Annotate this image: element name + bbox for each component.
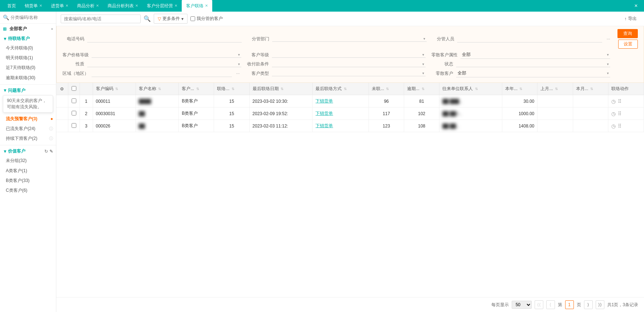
pending-contact-section[interactable]: ▼ 待联络客户 <box>0 34 56 43</box>
zero-retail-select[interactable]: 全部 ▾ <box>456 69 610 77</box>
close-purchase-icon[interactable]: ✕ <box>65 0 68 12</box>
contact-action-icon-1[interactable]: ◷ <box>611 111 616 117</box>
type-th[interactable]: 客户... ⇅ <box>179 83 214 95</box>
person-dots-icon[interactable]: ··· <box>605 36 612 42</box>
price-grade-select[interactable]: ▾ <box>92 52 241 58</box>
last-method-link-1[interactable]: 下销货单 <box>315 111 333 116</box>
region-input[interactable] <box>92 70 232 77</box>
row-checkbox-2[interactable] <box>68 120 80 132</box>
row-last-method-2[interactable]: 下销货单 <box>313 120 369 132</box>
sidebar-item-overdue-contact[interactable]: 逾期未联络(30) <box>0 73 56 83</box>
search-icon-filter[interactable]: 🔍 <box>144 15 151 22</box>
next-page-btn[interactable]: ⟩ <box>584 300 593 309</box>
row-checkbox-1[interactable] <box>68 108 80 120</box>
last-method-link-0[interactable]: 下销货单 <box>315 98 333 104</box>
refresh-icon[interactable]: ↻ <box>44 149 48 154</box>
customer-grade-select[interactable]: ▾ <box>272 52 426 58</box>
close-customer-tier-icon[interactable]: ✕ <box>174 0 177 12</box>
row-last-method-0[interactable]: 下销货单 <box>313 95 369 108</box>
row-checkbox-0[interactable] <box>68 95 80 108</box>
info-icon-2: ⓘ <box>49 135 53 142</box>
sidebar-item-b-class[interactable]: B类客户(33) <box>0 176 56 186</box>
row-checkbox-input-1[interactable] <box>72 111 76 116</box>
not-contact-th[interactable]: 未联... ⇅ <box>369 83 404 95</box>
nav-sales[interactable]: 销货单 ✕ <box>20 0 47 12</box>
row-code-1: 00030031 <box>93 108 136 120</box>
last-contact-method-th[interactable]: 最后联络方式 ⇅ <box>313 83 369 95</box>
problem-customer-section[interactable]: ▼ 问题客户 <box>0 86 56 95</box>
sidebar-item-declining[interactable]: 持续下滑客户(2) ⓘ <box>0 134 56 143</box>
last-page-btn[interactable]: ⟩⟩ <box>596 300 604 309</box>
more-action-icon-2[interactable]: ⠿ <box>618 123 621 129</box>
close-sales-icon[interactable]: ✕ <box>39 0 42 12</box>
export-btn[interactable]: ↑ 导出 <box>621 14 640 23</box>
edit-icon[interactable]: ✎ <box>49 149 53 154</box>
name-th[interactable]: 客户名称 ⇅ <box>136 83 178 95</box>
customer-type-select[interactable]: ▾ <box>272 70 426 76</box>
last-month-th[interactable]: 上月... ⇅ <box>538 83 573 95</box>
status-select[interactable]: ▾ <box>456 61 610 67</box>
value-customer-section[interactable]: ▼ 价值客户 ↻ ✎ <box>0 147 56 156</box>
phone-input[interactable] <box>87 36 242 42</box>
filter-search-input[interactable] <box>61 15 141 23</box>
overdue-th[interactable]: 逾期... ⇅ <box>404 83 439 95</box>
more-action-icon-1[interactable]: ⠿ <box>618 111 621 117</box>
row-last-method-1[interactable]: 下销货单 <box>313 108 369 120</box>
dept-select[interactable]: ▾ <box>272 36 427 42</box>
nav-customer-contact[interactable]: 客户联络 ✕ <box>182 0 212 12</box>
all-customers-header[interactable]: ⊞ 全部客户 « <box>0 24 56 34</box>
contact-th[interactable]: 联络... ⇅ <box>214 83 249 95</box>
this-month-th[interactable]: 本月... ⇅ <box>573 83 608 95</box>
region-dots-icon[interactable]: ··· <box>235 70 241 77</box>
last-contact-date-th[interactable]: 最后联络日期 ⇅ <box>249 83 313 95</box>
my-customers-checkbox[interactable] <box>190 16 195 21</box>
sidebar-item-churned[interactable]: 已流失客户(24) ⓘ <box>0 124 56 134</box>
payment-select[interactable]: ▾ <box>272 61 426 67</box>
contact-action-icon-0[interactable]: ◷ <box>611 98 616 104</box>
close-analysis-icon[interactable]: ✕ <box>96 0 99 12</box>
nav-analysis[interactable]: 商品分析 ✕ <box>73 0 103 12</box>
row-this-year-2: 1408.00 <box>502 120 538 132</box>
row-last-month-2 <box>538 120 573 132</box>
code-th[interactable]: 客户编码 ⇅ <box>93 83 136 95</box>
sidebar-item-churn-warning[interactable]: 流失预警客户(3) ● <box>0 114 56 124</box>
nav-purchase[interactable]: 进货单 ✕ <box>47 0 73 12</box>
more-action-icon-0[interactable]: ⠿ <box>618 98 621 104</box>
nav-analysis-list[interactable]: 商品分析列表 ✕ <box>103 0 142 12</box>
collapse-arrow-icon[interactable]: « <box>51 27 53 31</box>
per-page-select[interactable]: 50 100 200 <box>512 301 532 309</box>
zero-retail-attr-select[interactable]: 全部 ▾ <box>460 51 610 59</box>
last-method-link-2[interactable]: 下销货单 <box>315 123 333 128</box>
sidebar-item-week-contact[interactable]: 近7天待联络(0) <box>0 63 56 73</box>
more-conditions-btn[interactable]: ▽ 更多条件 ▾ <box>154 14 188 24</box>
sidebar-item-a-class[interactable]: A类客户(1) <box>0 166 56 176</box>
first-page-btn[interactable]: ⟨⟨ <box>535 300 543 309</box>
settings-btn[interactable]: 设置 <box>618 40 638 49</box>
query-btn[interactable]: 查询 <box>617 29 638 38</box>
select-all-checkbox[interactable] <box>72 86 76 91</box>
triangle-icon-2: ▼ <box>3 88 7 93</box>
close-customer-contact-icon[interactable]: ✕ <box>205 0 208 12</box>
row-checkbox-input-2[interactable] <box>72 123 76 128</box>
my-customers-checkbox-label[interactable]: 我分管的客户 <box>190 16 223 22</box>
close-analysis-list-icon[interactable]: ✕ <box>135 0 138 12</box>
zero-retail-attr-arrow-icon: ▾ <box>607 53 609 57</box>
contact-action-icon-2[interactable]: ◷ <box>611 123 616 129</box>
prev-page-btn[interactable]: ⟨ <box>546 300 555 309</box>
sidebar-item-today-contact[interactable]: 今天待联络(0) <box>0 43 56 53</box>
unit-contact-th[interactable]: 往来单位联系人 ⇅ <box>439 83 502 95</box>
person-input[interactable] <box>457 36 602 42</box>
row-action-icons-1: ◷ ⠿ <box>611 111 641 117</box>
row-contact-2: 15 <box>214 120 249 132</box>
nav-customer-tier[interactable]: 客户分层经营 ✕ <box>142 0 182 12</box>
sidebar-item-ungrouped[interactable]: 未分组(32) <box>0 156 56 166</box>
nav-home[interactable]: 首页 <box>3 0 20 12</box>
sidebar-item-c-class[interactable]: C类客户(6) <box>0 186 56 195</box>
sidebar-search-input[interactable] <box>11 15 56 20</box>
window-close-button[interactable]: ✕ <box>631 1 641 11</box>
sidebar-item-tomorrow-contact[interactable]: 明天待联络(1) <box>0 53 56 63</box>
row-checkbox-input-0[interactable] <box>72 98 76 103</box>
property-select[interactable]: ▾ <box>87 61 241 67</box>
gear-th[interactable]: ⚙ <box>56 83 68 95</box>
this-year-th[interactable]: 本年... ⇅ <box>502 83 538 95</box>
